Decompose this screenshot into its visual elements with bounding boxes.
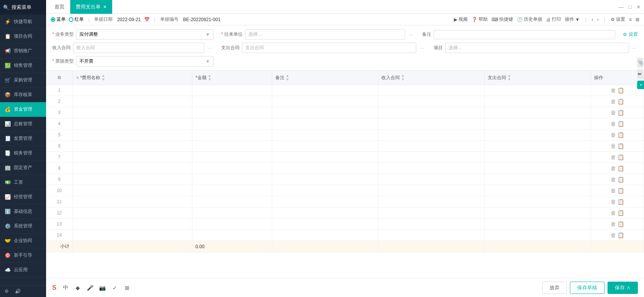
right-panel-edit-icon[interactable]: ✏ xyxy=(637,69,643,79)
radio-red[interactable]: 红单 xyxy=(69,16,84,23)
amount-cell[interactable] xyxy=(192,96,272,107)
copy-row-icon[interactable]: 📋 xyxy=(618,121,624,127)
sidebar-item-operations[interactable]: 📈 经营管理 xyxy=(0,190,46,204)
amount-cell[interactable] xyxy=(192,163,272,174)
expense-name-cell[interactable] xyxy=(73,207,192,219)
income-contract-cell[interactable] xyxy=(378,163,485,174)
discard-button[interactable]: 放弃 xyxy=(542,282,567,294)
save-draft-button[interactable]: 保存草稿 xyxy=(570,282,604,294)
delete-row-icon[interactable]: 🗑 xyxy=(611,110,616,116)
expense-contract-cell[interactable] xyxy=(484,96,591,107)
note-cell[interactable] xyxy=(272,230,378,241)
note-cell[interactable] xyxy=(272,107,378,118)
expense-name-cell[interactable] xyxy=(73,129,192,141)
expense-contract-cell[interactable] xyxy=(484,163,591,174)
expense-contract-more-button[interactable]: ··· xyxy=(419,45,425,51)
note-cell[interactable] xyxy=(272,96,378,107)
ticket-type-select[interactable]: 不开票 ▼ xyxy=(76,56,214,66)
note-cell[interactable] xyxy=(272,207,378,219)
amount-cell[interactable] xyxy=(192,185,272,196)
calendar-icon[interactable]: 📅 xyxy=(144,17,150,22)
income-contract-cell[interactable] xyxy=(378,85,485,96)
delete-row-icon[interactable]: 🗑 xyxy=(611,143,616,149)
income-contract-cell[interactable] xyxy=(378,129,485,141)
expense-name-cell[interactable] xyxy=(73,85,192,96)
mic-icon[interactable]: 🎤 xyxy=(86,283,95,292)
sidebar-item-sales[interactable]: 💹 销售管理 xyxy=(0,58,46,73)
th-amount[interactable]: *金额 ▲▼ xyxy=(192,71,272,85)
expense-contract-cell[interactable] xyxy=(484,207,591,219)
sidebar-item-tax[interactable]: 📑 税务管理 xyxy=(0,146,46,161)
expense-name-cell[interactable] xyxy=(73,174,192,185)
income-contract-cell[interactable] xyxy=(378,107,485,118)
note-cell[interactable] xyxy=(272,196,378,207)
tab-expense[interactable]: 费用支出单 ✕ xyxy=(70,0,113,14)
minimize-button[interactable]: — xyxy=(619,4,624,10)
note-cell[interactable] xyxy=(272,85,378,96)
copy-row-icon[interactable]: 📋 xyxy=(618,210,624,216)
copy-row-icon[interactable]: 📋 xyxy=(618,154,624,160)
copy-row-icon[interactable]: 📋 xyxy=(618,98,624,105)
amount-cell[interactable] xyxy=(192,129,272,141)
delete-row-icon[interactable]: 🗑 xyxy=(611,121,616,127)
sidebar-item-invoice[interactable]: 🧾 发票管理 xyxy=(0,131,46,146)
sidebar-item-ledger[interactable]: 📊 总账管理 xyxy=(0,117,46,131)
amount-sort-arrows[interactable]: ▲▼ xyxy=(208,74,212,81)
expense-name-cell[interactable] xyxy=(73,152,192,163)
view-list-button[interactable]: ≡ xyxy=(629,17,632,22)
expense-name-cell[interactable] xyxy=(73,196,192,207)
amount-cell[interactable] xyxy=(192,152,272,163)
expense-name-cell[interactable] xyxy=(73,107,192,118)
expense-contract-cell[interactable] xyxy=(484,185,591,196)
copy-row-icon[interactable]: 📋 xyxy=(618,176,624,183)
close-button[interactable]: ✕ xyxy=(636,4,641,10)
sidebar-item-cloud-app[interactable]: ☁️ 云应用 xyxy=(0,263,46,277)
expense-name-cell[interactable] xyxy=(73,141,192,152)
amount-cell[interactable] xyxy=(192,85,272,96)
expense-name-cell[interactable] xyxy=(73,163,192,174)
delete-row-icon[interactable]: 🗑 xyxy=(611,87,616,93)
income-contract-cell[interactable] xyxy=(378,196,485,207)
delete-row-icon[interactable]: 🗑 xyxy=(611,176,616,183)
sidebar-item-quick-nav[interactable]: ⚡ 快捷导航 xyxy=(0,15,46,29)
sidebar-item-marketing[interactable]: 📢 营销推广 xyxy=(0,44,46,58)
right-panel-green-tab[interactable]: ≡ xyxy=(637,81,644,89)
income-contract-cell[interactable] xyxy=(378,174,485,185)
note-cell[interactable] xyxy=(272,118,378,129)
action-print[interactable]: 🖨 打印 xyxy=(546,16,561,23)
delete-row-icon[interactable]: 🗑 xyxy=(611,187,616,194)
sidebar-item-basic-info[interactable]: ℹ️ 基础信息 xyxy=(0,204,46,219)
counterpart-more-button[interactable]: ··· xyxy=(407,32,414,37)
restore-button[interactable]: □ xyxy=(629,4,632,10)
right-panel-clip-icon[interactable]: 📎 xyxy=(637,58,643,68)
expense-contract-cell[interactable] xyxy=(484,129,591,141)
th-expense-name[interactable]: ⇅ *费用名称 ▲▼ xyxy=(73,71,192,85)
copy-row-icon[interactable]: 📋 xyxy=(618,199,624,205)
income-contract-cell[interactable] xyxy=(378,152,485,163)
income-sort-arrows[interactable]: ▲▼ xyxy=(401,74,405,81)
amount-cell[interactable] xyxy=(192,207,272,219)
sidebar-item-enterprise[interactable]: 🤝 企业协同 xyxy=(0,234,46,248)
table-container[interactable]: ⚙ ⇅ *费用名称 ▲▼ *金额 ▲▼ xyxy=(46,71,644,278)
nav-prev-button[interactable]: ‹ xyxy=(592,17,593,22)
sidebar-item-project-contract[interactable]: 📋 项目合同 xyxy=(0,29,46,44)
th-expense-contract[interactable]: 支出合同 ▲▼ xyxy=(484,71,591,85)
expense-contract-cell[interactable] xyxy=(484,152,591,163)
action-ops[interactable]: 操作 ▼ xyxy=(565,16,580,23)
sidebar-item-inventory[interactable]: 📦 库存核算 xyxy=(0,88,46,102)
expense-name-cell[interactable] xyxy=(73,118,192,129)
diamond-icon[interactable]: ◆ xyxy=(73,283,83,292)
settings-icon[interactable]: ⚙ xyxy=(5,289,9,294)
note-sort-arrows[interactable]: ▲▼ xyxy=(286,74,290,81)
sidebar-item-system[interactable]: ⚙️ 系统管理 xyxy=(0,219,46,234)
expense-name-cell[interactable] xyxy=(73,185,192,196)
income-contract-cell[interactable] xyxy=(378,96,485,107)
expense-con-sort-arrows[interactable]: ▲▼ xyxy=(507,74,511,81)
income-contract-cell[interactable] xyxy=(378,230,485,241)
save-button[interactable]: 保存 ∧ xyxy=(608,282,638,294)
expense-name-cell[interactable] xyxy=(73,219,192,230)
sidebar-item-payroll[interactable]: 💵 工资 xyxy=(0,175,46,190)
expense-name-cell[interactable] xyxy=(73,96,192,107)
copy-row-icon[interactable]: 📋 xyxy=(618,143,624,149)
settings-button[interactable]: ⚙ 设置 xyxy=(611,16,625,23)
